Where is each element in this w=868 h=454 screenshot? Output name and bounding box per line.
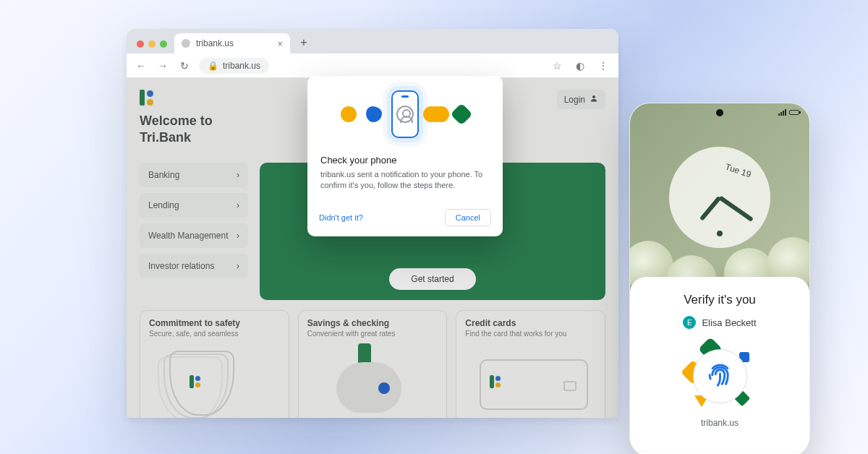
phone-outline-icon <box>391 90 419 138</box>
verify-sheet: Verify it's you E Elisa Beckett tribank.… <box>630 277 809 450</box>
verify-site: tribank.us <box>643 418 796 428</box>
forward-button[interactable]: → <box>156 60 170 72</box>
dialog-illustration <box>307 76 503 152</box>
minimize-window-icon[interactable] <box>148 40 156 48</box>
decor-circle-icon <box>341 106 357 122</box>
person-outline-icon <box>396 106 414 123</box>
dialog-title: Check your phone <box>320 155 490 166</box>
battery-icon <box>789 110 799 115</box>
decor-quatrefoil-icon <box>428 106 444 122</box>
didnt-get-it-link[interactable]: Didn't get it? <box>319 213 363 222</box>
address-bar[interactable]: 🔒 tribank.us <box>199 58 269 74</box>
tab-strip: tribank.us × + <box>127 29 618 53</box>
favicon-icon <box>182 39 190 48</box>
clock-date: Tue 19 <box>724 162 752 180</box>
phone-device: Tue 19 Verify it's you E Elisa Beckett <box>629 103 810 454</box>
front-camera-icon <box>716 109 723 116</box>
lock-icon: 🔒 <box>208 61 218 71</box>
url-text: tribank.us <box>223 61 260 71</box>
verify-title: Verify it's you <box>643 293 796 307</box>
check-phone-dialog: Check your phone tribank.us sent a notif… <box>307 76 503 236</box>
window-controls[interactable] <box>137 40 167 48</box>
fingerprint-button[interactable] <box>686 342 754 411</box>
dialog-body: tribank.us sent a notification to your p… <box>320 169 490 192</box>
close-window-icon[interactable] <box>137 40 144 48</box>
back-button[interactable]: ← <box>134 60 148 72</box>
overflow-menu-icon[interactable]: ⋮ <box>595 60 611 72</box>
browser-toolbar: ← → ↻ 🔒 tribank.us ☆ ◐ ⋮ <box>127 53 618 78</box>
tab-title: tribank.us <box>196 38 234 48</box>
fingerprint-icon <box>705 361 736 392</box>
profile-avatar-icon[interactable]: ◐ <box>572 60 588 72</box>
signal-icon <box>778 109 786 116</box>
close-tab-icon[interactable]: × <box>277 38 283 49</box>
identity-row[interactable]: E Elisa Beckett <box>643 316 796 329</box>
decor-diamond-icon <box>450 103 472 125</box>
cancel-button[interactable]: Cancel <box>445 209 491 226</box>
decor-blob-icon <box>366 106 382 122</box>
maximize-window-icon[interactable] <box>160 40 167 48</box>
new-tab-button[interactable]: + <box>296 35 312 51</box>
clock-widget: Tue 19 <box>669 147 770 248</box>
lock-screen: Tue 19 <box>630 103 809 291</box>
user-avatar-icon: E <box>683 316 696 329</box>
browser-tab[interactable]: tribank.us × <box>174 33 290 53</box>
user-name: Elisa Beckett <box>702 317 756 328</box>
reload-button[interactable]: ↻ <box>177 60 192 72</box>
bookmark-star-icon[interactable]: ☆ <box>549 60 565 72</box>
status-bar <box>630 109 809 116</box>
